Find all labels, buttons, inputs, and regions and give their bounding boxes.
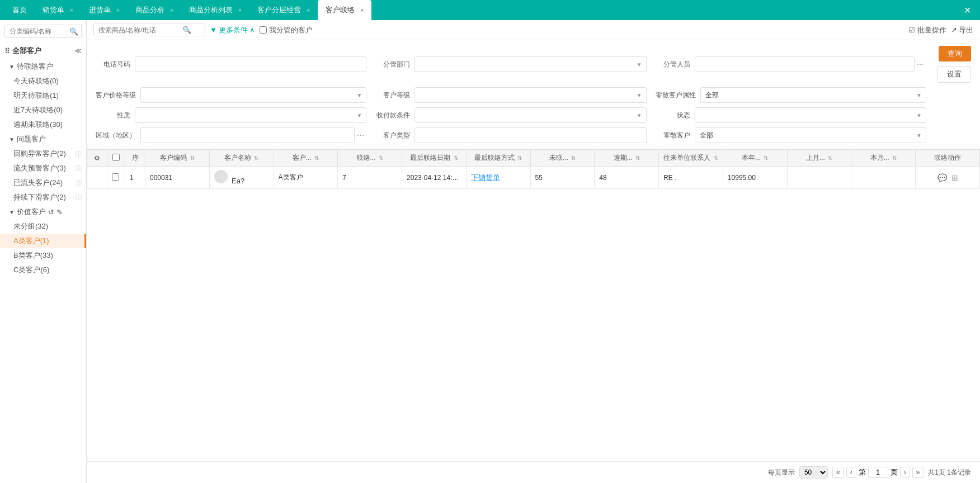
sidebar-item-unclassified[interactable]: 未分组(32) xyxy=(0,219,86,234)
info-icon-declining: ⓘ xyxy=(76,193,82,202)
retail-attr-select[interactable]: 全部 xyxy=(700,87,926,103)
price-level-select[interactable] xyxy=(140,87,366,103)
region-label: 区域（地区） xyxy=(96,131,140,140)
row-checkbox[interactable] xyxy=(112,173,119,181)
nav-tab-sales[interactable]: 销货单 × xyxy=(35,0,81,20)
col-overdue[interactable]: 逾期... ⇅ xyxy=(595,150,659,167)
nature-select[interactable] xyxy=(135,107,366,123)
window-close-icon[interactable]: ✕ xyxy=(959,5,976,16)
sidebar-item-overdue[interactable]: 逾期未联络(30) xyxy=(0,117,86,132)
sidebar-item-abnormal[interactable]: 回购异常客户(2) ⓘ xyxy=(0,146,86,161)
phone-input[interactable] xyxy=(135,56,366,72)
row-last-month-cell xyxy=(787,167,851,189)
col-settings[interactable]: ⚙ xyxy=(87,150,107,167)
group-value-customers[interactable]: ▼ 价值客户 ↺ ✎ xyxy=(0,205,86,219)
col-contact-person[interactable]: 往来单位联系人 ⇅ xyxy=(659,150,723,167)
filter-retail-customer: 零散客户 全部 ▼ xyxy=(656,127,926,143)
row-not-contacted-cell: 55 xyxy=(530,167,595,189)
sidebar-item-class-a[interactable]: A类客户(1) xyxy=(0,234,86,248)
region-input[interactable] xyxy=(140,127,355,143)
toolbar-search-icon[interactable]: 🔍 xyxy=(182,26,191,34)
close-tab-contact-icon[interactable]: × xyxy=(360,7,364,13)
group-problem-customers[interactable]: ▼ 问题客户 xyxy=(0,132,86,146)
manager-dots-icon[interactable]: ··· xyxy=(915,59,926,69)
nav-tab-customer-segment[interactable]: 客户分层经营 × xyxy=(249,0,318,20)
sidebar-item-today[interactable]: 今天待联络(0) xyxy=(0,74,86,88)
chat-action-icon[interactable]: 💬 xyxy=(937,173,947,182)
sidebar-item-declining[interactable]: 持续下滑客户(2) ⓘ xyxy=(0,190,86,205)
page-input[interactable] xyxy=(868,467,888,478)
refresh-icon[interactable]: ↺ xyxy=(48,208,54,216)
customer-level-select-wrap: ▼ xyxy=(414,87,646,103)
close-tab-sales-icon[interactable]: × xyxy=(70,7,73,13)
sidebar-item-tomorrow[interactable]: 明天待联络(1) xyxy=(0,88,86,103)
sidebar-search-icon[interactable]: 🔍 xyxy=(69,27,78,36)
nav-tab-analysis-list[interactable]: 商品分析列表 × xyxy=(181,0,249,20)
col-this-month[interactable]: 本月... ⇅ xyxy=(851,150,916,167)
sidebar-item-class-b[interactable]: B类客户(33) xyxy=(0,248,86,263)
sidebar-item-class-c[interactable]: C类客户(6) xyxy=(0,263,86,277)
filter-phone: 电话号码 xyxy=(96,56,366,72)
first-page-button[interactable]: « xyxy=(832,467,844,478)
col-code[interactable]: 客户编码 ⇅ xyxy=(145,150,210,167)
col-last-date[interactable]: 最后联络日期 ⇅ xyxy=(402,150,467,167)
export-button[interactable]: ↗ 导出 xyxy=(951,25,973,35)
sidebar-item-lost-warning[interactable]: 流失预警客户(3) ⓘ xyxy=(0,161,86,176)
nav-tab-analysis[interactable]: 商品分析 × xyxy=(128,0,181,20)
row-contact-person-cell: RE . xyxy=(659,167,723,189)
my-customers-checkbox-label[interactable]: 我分管的客户 xyxy=(260,25,313,35)
content-area: 🔍 ▼ 更多条件 ∧ 我分管的客户 ☑ 批量操作 ↗ 导出 xyxy=(87,20,980,483)
col-name[interactable]: 客户名称 ⇅ xyxy=(209,150,274,167)
my-customers-checkbox[interactable] xyxy=(260,26,267,34)
prev-page-button[interactable]: ‹ xyxy=(846,467,856,478)
settings-button[interactable]: 设置 xyxy=(937,66,971,83)
last-method-link[interactable]: 下销货单 xyxy=(471,173,500,182)
search-input[interactable] xyxy=(98,26,182,34)
region-dots-icon[interactable]: ··· xyxy=(355,130,366,140)
all-customers-header[interactable]: ⠿ 全部客户 ≪ xyxy=(0,42,86,59)
col-not-contacted[interactable]: 未联... ⇅ xyxy=(530,150,595,167)
last-page-button[interactable]: » xyxy=(912,467,924,478)
close-tab-analysis-icon[interactable]: × xyxy=(170,7,173,13)
nav-home[interactable]: 首页 xyxy=(4,0,35,20)
payment-select[interactable] xyxy=(414,107,646,123)
next-page-button[interactable]: › xyxy=(900,467,910,478)
col-last-method[interactable]: 最后联络方式 ⇅ xyxy=(466,150,530,167)
col-level[interactable]: 客户... ⇅ xyxy=(274,150,338,167)
page-size-select[interactable]: 50 20 100 xyxy=(799,466,828,479)
checkbox-icon: ☑ xyxy=(908,26,915,34)
retail-customer-select[interactable]: 全部 xyxy=(695,127,926,143)
batch-ops-button[interactable]: ☑ 批量操作 xyxy=(908,25,946,35)
data-table-area: ⚙ 序 客户编码 ⇅ 客户名称 ⇅ 客户... ⇅ 联络... ⇅ 最后联络日期… xyxy=(87,149,980,461)
close-tab-segment-icon[interactable]: × xyxy=(307,7,310,13)
manager-input[interactable] xyxy=(695,56,915,72)
collapse-sidebar-icon[interactable]: ≪ xyxy=(74,47,82,55)
edit-group-icon[interactable]: ✎ xyxy=(56,208,63,216)
close-tab-purchase-icon[interactable]: × xyxy=(116,7,120,13)
customer-type-select[interactable] xyxy=(414,127,646,143)
nav-tab-customer-contact[interactable]: 客户联络 × xyxy=(318,0,371,20)
col-checkbox xyxy=(107,150,125,167)
sidebar-item-7days[interactable]: 近7天待联络(0) xyxy=(0,103,86,117)
filter-panel: 电话号码 分管部门 ▼ 分管人员 ··· 查询 设置 xyxy=(87,40,980,149)
row-name-cell: Ea? xyxy=(209,167,274,189)
customer-level-select[interactable] xyxy=(414,87,646,103)
col-last-month[interactable]: 上月... ⇅ xyxy=(787,150,851,167)
dept-select[interactable] xyxy=(414,56,646,72)
status-select[interactable] xyxy=(695,107,926,123)
query-button[interactable]: 查询 xyxy=(939,46,971,61)
close-tab-analysis-list-icon[interactable]: × xyxy=(238,7,242,13)
col-this-year[interactable]: 本年... ⇅ xyxy=(723,150,787,167)
sidebar-item-lost[interactable]: 已流失客户(24) ⓘ xyxy=(0,176,86,190)
group-arrow-icon: ▼ xyxy=(9,64,15,70)
select-all-checkbox[interactable] xyxy=(112,154,120,161)
nav-tab-purchase[interactable]: 进货单 × xyxy=(81,0,128,20)
dept-select-wrap: ▼ xyxy=(414,56,646,72)
group-pending-contact[interactable]: ▼ 待联络客户 xyxy=(0,59,86,74)
main-layout: 🔍 ⠿ 全部客户 ≪ ▼ 待联络客户 今天待联络(0) 明天待联络(1) 近7天… xyxy=(0,20,980,483)
payment-label: 收付款条件 xyxy=(375,111,414,120)
info-icon-lost-warning: ⓘ xyxy=(76,164,82,173)
more-filter-button[interactable]: ▼ 更多条件 ∧ xyxy=(210,25,255,35)
col-contact-count[interactable]: 联络... ⇅ xyxy=(338,150,402,167)
qr-action-icon[interactable]: ⊞ xyxy=(951,173,958,182)
